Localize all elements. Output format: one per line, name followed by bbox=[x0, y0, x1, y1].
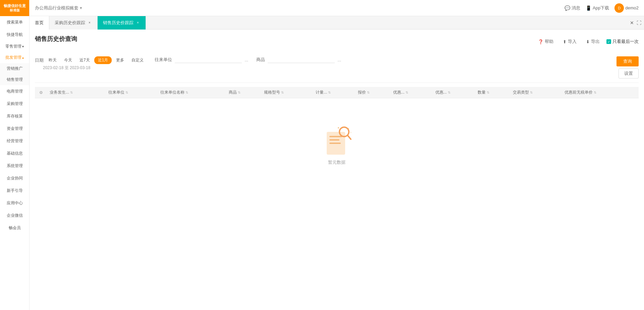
empty-text: 暂元数据 bbox=[328, 159, 345, 165]
date-btn-yesterday[interactable]: 昨天 bbox=[46, 56, 60, 64]
partner-filter-group: 往来单位 ... bbox=[155, 56, 248, 63]
tab-close-sales-history[interactable]: × bbox=[136, 20, 140, 25]
sidebar-item-enterprise-wechat[interactable]: 企业微信 bbox=[0, 209, 29, 222]
sidebar-item-finance-mgmt[interactable]: 资金管理 bbox=[0, 122, 29, 135]
partner-input-dots[interactable]: ... bbox=[245, 57, 248, 62]
empty-svg bbox=[320, 125, 354, 155]
message-button[interactable]: 💬 消息 bbox=[565, 5, 580, 11]
sidebar-item-member-card[interactable]: 畅会员 bbox=[0, 222, 29, 234]
date-filter-label: 日期 bbox=[35, 57, 44, 63]
avatar: D bbox=[614, 3, 624, 13]
download-icon: 📱 bbox=[586, 5, 591, 11]
partner-filter-input[interactable] bbox=[175, 56, 242, 63]
product-filter-group: 商品 ... bbox=[256, 56, 341, 63]
product-filter-label: 商品 bbox=[256, 57, 265, 63]
th-discount1[interactable]: 优惠... ⇅ bbox=[390, 87, 433, 98]
sidebar-item-ecommerce-mgmt[interactable]: 电商管理 bbox=[0, 85, 29, 98]
sidebar-item-app-center[interactable]: 应用中心 bbox=[0, 197, 29, 209]
sidebar-item-marketing[interactable]: 营销推广 bbox=[0, 63, 29, 74]
user-menu-button[interactable]: D demo2 bbox=[614, 3, 639, 13]
sidebar-item-sales-mgmt[interactable]: 销售管理 bbox=[0, 74, 29, 85]
th-partner-code[interactable]: 往来单位 ⇅ bbox=[106, 87, 158, 98]
sidebar-item-basic-info[interactable]: 基础信息 bbox=[0, 147, 29, 160]
date-buttons: 昨天 今天 近7天 近1月 更多 自定义 bbox=[46, 56, 147, 64]
th-spec[interactable]: 规格型号 ⇅ bbox=[261, 87, 313, 98]
th-unit[interactable]: 计量... ⇅ bbox=[313, 87, 355, 98]
svg-rect-2 bbox=[329, 139, 339, 141]
close-tab-btn[interactable]: ✕ bbox=[630, 20, 634, 25]
th-partner-name[interactable]: 往来单位名称 ⇅ bbox=[158, 87, 226, 98]
date-btn-last1month[interactable]: 近1月 bbox=[94, 56, 112, 64]
empty-state: 暂元数据 bbox=[35, 98, 639, 192]
logo-text: 畅捷信好生意 标准版 bbox=[4, 4, 26, 12]
date-range-display: 2023-02-18 至 2023-03-18 bbox=[43, 65, 147, 71]
sidebar-item-quick-nav[interactable]: 快捷导航 bbox=[0, 29, 29, 41]
sidebar-item-retail-mgmt[interactable]: 零售管理 ▾ bbox=[0, 41, 29, 52]
help-button[interactable]: ❓ 帮助 bbox=[535, 37, 556, 46]
svg-line-5 bbox=[347, 135, 351, 139]
tabs-right-controls: ✕ ⛶ bbox=[627, 20, 644, 25]
th-biz-date[interactable]: 业务发生... ⇅ bbox=[47, 87, 106, 98]
product-filter-input[interactable] bbox=[268, 56, 335, 63]
tab-close-purchase-history[interactable]: × bbox=[87, 20, 92, 25]
date-btn-today[interactable]: 今天 bbox=[61, 56, 75, 64]
main-area: 办公用品行业模拟账套 ▾ 💬 消息 📱 App下载 D demo2 首页 采购历… bbox=[30, 0, 644, 310]
sidebar-item-wholesale-mgmt[interactable]: 批发管理 ▴ bbox=[0, 52, 29, 63]
svg-point-8 bbox=[351, 132, 351, 133]
query-button[interactable]: 查询 bbox=[616, 56, 639, 66]
sidebar-item-business-mgmt[interactable]: 经营管理 bbox=[0, 135, 29, 147]
th-quantity[interactable]: 数量 ⇅ bbox=[475, 87, 510, 98]
date-btn-custom[interactable]: 自定义 bbox=[128, 56, 147, 64]
sort-icon-partner-name: ⇅ bbox=[185, 91, 188, 94]
topbar-actions: 💬 消息 📱 App下载 D demo2 bbox=[565, 3, 639, 13]
th-product[interactable]: 商品 ⇅ bbox=[226, 87, 261, 98]
sidebar-item-search-menu[interactable]: 搜索菜单 bbox=[0, 16, 29, 29]
fullscreen-btn[interactable]: ⛶ bbox=[637, 20, 641, 25]
th-discount2[interactable]: 优惠... ⇅ bbox=[433, 87, 475, 98]
import-button[interactable]: ⬆ 导入 bbox=[560, 37, 579, 46]
filter-bar: 日期 昨天 今天 近7天 近1月 更多 自定义 2023-02-18 至 202… bbox=[35, 52, 639, 83]
date-btn-more[interactable]: 更多 bbox=[113, 56, 127, 64]
sort-icon-quote-price: ⇅ bbox=[367, 91, 370, 94]
page-title: 销售历史价查询 bbox=[35, 35, 77, 43]
sidebar-item-enterprise-coop[interactable]: 企业协同 bbox=[0, 172, 29, 185]
chevron-down-icon[interactable]: ▾ bbox=[80, 5, 82, 10]
message-icon: 💬 bbox=[565, 5, 570, 11]
sort-icon-unit: ⇅ bbox=[328, 91, 331, 94]
sort-icon-product: ⇅ bbox=[238, 91, 240, 94]
only-last-checkbox[interactable]: ✓ 只看最后一次 bbox=[606, 39, 639, 45]
tab-home[interactable]: 首页 bbox=[30, 16, 49, 30]
th-trade-type[interactable]: 交易类型 ⇅ bbox=[510, 87, 562, 98]
sidebar-item-inventory-check[interactable]: 库存核算 bbox=[0, 110, 29, 122]
settings-button[interactable]: 设置 bbox=[619, 68, 639, 79]
th-settings: ⚙ bbox=[35, 87, 47, 98]
sidebar-item-purchase-mgmt[interactable]: 采购管理 bbox=[0, 98, 29, 110]
table-settings-icon[interactable]: ⚙ bbox=[39, 90, 43, 95]
tab-sales-history[interactable]: 销售历史价跟踪 × bbox=[98, 16, 146, 30]
sidebar-item-system-mgmt[interactable]: 系统管理 bbox=[0, 160, 29, 172]
tabs-bar: 首页 采购历史价跟踪 × 销售历史价跟踪 × ✕ ⛶ bbox=[30, 16, 644, 30]
product-input-dots[interactable]: ... bbox=[337, 57, 341, 62]
app-download-button[interactable]: 📱 App下载 bbox=[586, 5, 609, 11]
sort-icon-partner-code: ⇅ bbox=[125, 91, 128, 94]
page-container: 销售历史价查询 ❓ 帮助 ⬆ 导入 ⬇ 导出 bbox=[30, 30, 644, 310]
topbar: 办公用品行业模拟账套 ▾ 💬 消息 📱 App下载 D demo2 bbox=[30, 0, 644, 16]
export-button[interactable]: ⬇ 导出 bbox=[583, 37, 602, 46]
th-pretax-price[interactable]: 优惠前无税单价 ⇅ bbox=[562, 87, 639, 98]
export-icon: ⬇ bbox=[586, 39, 590, 44]
partner-filter-label: 往来单位 bbox=[155, 57, 172, 63]
sort-icon-quantity: ⇅ bbox=[487, 91, 489, 94]
import-icon: ⬆ bbox=[563, 39, 567, 44]
empty-illustration bbox=[320, 125, 354, 155]
sort-icon-discount2: ⇅ bbox=[448, 91, 450, 94]
sort-icon-trade-type: ⇅ bbox=[530, 91, 533, 94]
date-btn-last7days[interactable]: 近7天 bbox=[76, 56, 93, 64]
tab-purchase-history[interactable]: 采购历史价跟踪 × bbox=[49, 16, 98, 30]
svg-rect-1 bbox=[329, 136, 342, 137]
sidebar-item-new-guide[interactable]: 新手引导 bbox=[0, 185, 29, 197]
page-content: 销售历史价查询 ❓ 帮助 ⬆ 导入 ⬇ 导出 bbox=[30, 30, 644, 310]
svg-point-7 bbox=[348, 128, 349, 129]
filter-right-buttons: 查询 设置 bbox=[616, 56, 639, 79]
sidebar-logo[interactable]: 畅捷信好生意 标准版 bbox=[0, 0, 29, 16]
th-quote-price[interactable]: 报价 ⇅ bbox=[355, 87, 390, 98]
